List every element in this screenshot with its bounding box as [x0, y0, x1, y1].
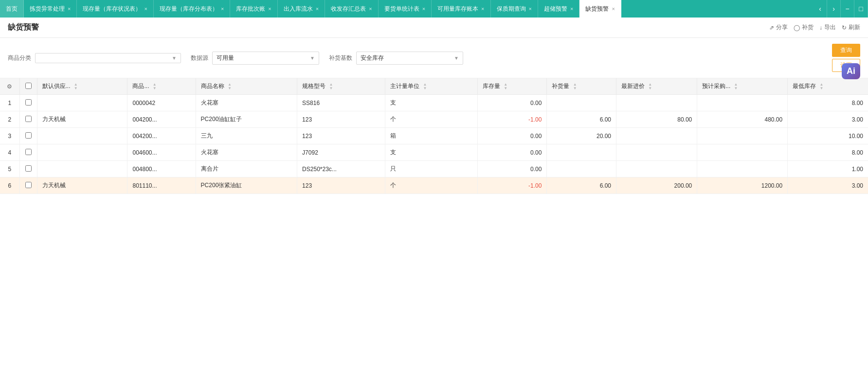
- col-default-supplier[interactable]: 默认供应... ▲▼: [37, 78, 127, 95]
- replenish-basis-select[interactable]: 安全库存 ▼: [356, 52, 463, 65]
- tab-close-icon[interactable]: ×: [612, 6, 615, 12]
- category-label: 商品分类: [8, 54, 31, 62]
- tab-overstock-warning[interactable]: 超储预警 ×: [538, 0, 579, 18]
- replenish-button[interactable]: ◯ 补货: [794, 23, 814, 32]
- tab-close-icon[interactable]: ×: [529, 6, 532, 12]
- row-checkbox-cell: [19, 177, 37, 194]
- cell-product-code: 004200...: [127, 111, 196, 128]
- row-index: 3: [0, 128, 19, 144]
- cell-default-supplier: 力天机械: [37, 111, 127, 128]
- tab-label: 出入库流水: [284, 5, 313, 13]
- query-button[interactable]: 查询: [832, 44, 860, 57]
- tab-close-icon[interactable]: ×: [268, 6, 271, 12]
- cell-product-code: 0000042: [127, 95, 196, 111]
- cell-product-name: 火花塞: [196, 95, 297, 111]
- col-header-label: 最低库存: [793, 83, 816, 89]
- tab-available-ledger[interactable]: 可用量库存账本 ×: [432, 0, 490, 18]
- col-product-name[interactable]: 商品名称 ▲▼: [196, 78, 297, 95]
- col-stock-qty[interactable]: 库存量 ▲▼: [477, 78, 547, 95]
- share-button[interactable]: ⇗ 分享: [769, 23, 788, 32]
- cell-estimated-purchase: [697, 161, 788, 177]
- tab-shortage-warning[interactable]: 缺货预警 ×: [579, 0, 621, 18]
- col-product-code[interactable]: 商品... ▲▼: [127, 78, 196, 95]
- tab-close-icon[interactable]: ×: [221, 6, 224, 12]
- cell-min-stock: 3.00: [788, 111, 868, 128]
- page-container: 缺货预警 ⇗ 分享 ◯ 补货 ↓ 导出 ↻ 刷新 商品分类: [0, 18, 868, 387]
- tab-label: 保质期查询: [497, 5, 526, 13]
- col-replenish-qty[interactable]: 补货量 ▲▼: [547, 78, 616, 95]
- tab-close-icon[interactable]: ×: [68, 6, 71, 12]
- datasource-select[interactable]: 可用量 ▼: [212, 52, 319, 65]
- tab-close-icon[interactable]: ×: [481, 6, 484, 12]
- tab-label: 现存量（库存分布表）: [160, 5, 218, 13]
- tab-close-icon[interactable]: ×: [144, 6, 147, 12]
- datasource-dropdown-icon: ▼: [310, 55, 315, 61]
- sort-icon: ▲▼: [504, 83, 507, 90]
- tab-navigation: ‹ › − □: [814, 0, 868, 18]
- col-spec[interactable]: 规格型号 ▲▼: [297, 78, 385, 95]
- cell-latest-price: [616, 161, 697, 177]
- refresh-label: 刷新: [849, 23, 860, 32]
- tab-inventory-dist[interactable]: 现存量（库存分布表） ×: [154, 0, 230, 18]
- export-button[interactable]: ↓ 导出: [819, 23, 836, 32]
- tab-in-out-flow[interactable]: 出入库流水 ×: [278, 0, 325, 18]
- gear-icon[interactable]: ⚙: [5, 83, 15, 90]
- row-checkbox[interactable]: [25, 165, 32, 172]
- col-estimated-purchase[interactable]: 预计采购... ▲▼: [697, 78, 788, 95]
- tab-home[interactable]: 首页: [0, 0, 24, 18]
- category-filter-group: 商品分类 ▼: [8, 53, 181, 63]
- tab-label: 库存批次账: [236, 5, 265, 13]
- sort-icon: ▲▼: [74, 83, 78, 90]
- row-checkbox[interactable]: [25, 149, 32, 155]
- category-select[interactable]: ▼: [35, 53, 181, 63]
- row-checkbox[interactable]: [25, 132, 32, 139]
- row-checkbox[interactable]: [25, 116, 32, 122]
- tab-bale-exception[interactable]: 拣货异常处理 ×: [24, 0, 77, 18]
- cell-product-name: PC200张紧油缸: [196, 177, 297, 194]
- tab-collect-summary[interactable]: 收发存汇总表 ×: [325, 0, 378, 18]
- col-unit[interactable]: 主计量单位 ▲▼: [385, 78, 478, 95]
- cell-product-name: 离合片: [196, 161, 297, 177]
- cell-min-stock: 1.00: [788, 161, 868, 177]
- ai-badge[interactable]: Ai: [842, 63, 860, 79]
- tab-order-stats[interactable]: 要货单统计表 ×: [379, 0, 432, 18]
- cell-stock-qty: 0.00: [477, 95, 547, 111]
- col-min-stock[interactable]: 最低库存 ▲▼: [788, 78, 868, 95]
- tab-prev-button[interactable]: ‹: [814, 0, 827, 18]
- row-index: 1: [0, 95, 19, 111]
- sort-icon: ▲▼: [329, 83, 333, 90]
- table-row: 1 0000042 火花塞 SS816 支 0.00 8.00: [0, 95, 868, 111]
- cell-min-stock: 3.00: [788, 177, 868, 194]
- cell-spec: DS250*23c...: [297, 161, 385, 177]
- replenish-basis-select-value: 安全库存: [361, 54, 384, 62]
- row-checkbox[interactable]: [25, 182, 32, 188]
- cell-min-stock: 8.00: [788, 144, 868, 161]
- select-all-checkbox[interactable]: [25, 83, 32, 89]
- tab-inventory-status[interactable]: 现存量（库存状况表） ×: [77, 0, 153, 18]
- cell-product-name: 火花塞: [196, 144, 297, 161]
- tab-batch-account[interactable]: 库存批次账 ×: [230, 0, 277, 18]
- cell-product-code: 801110...: [127, 177, 196, 194]
- cell-stock-qty: 0.00: [477, 144, 547, 161]
- tab-next-button[interactable]: ›: [827, 0, 841, 18]
- sort-icon: ▲▼: [734, 83, 738, 90]
- tab-close-icon[interactable]: ×: [422, 6, 425, 12]
- datasource-filter-group: 数据源 可用量 ▼: [191, 52, 319, 65]
- tab-close-icon[interactable]: ×: [316, 6, 319, 12]
- cell-estimated-purchase: 480.00: [697, 111, 788, 128]
- cell-product-code: 004600...: [127, 144, 196, 161]
- tab-close-icon[interactable]: ×: [369, 6, 372, 12]
- cell-replenish-qty: 20.00: [547, 128, 616, 144]
- tab-maximize-button[interactable]: □: [854, 0, 868, 18]
- col-latest-price[interactable]: 最新进价 ▲▼: [616, 78, 697, 95]
- row-checkbox-cell: [19, 111, 37, 128]
- cell-spec: 123: [297, 177, 385, 194]
- tab-close-icon[interactable]: ×: [570, 6, 573, 12]
- tab-minimize-button[interactable]: −: [841, 0, 854, 18]
- refresh-button[interactable]: ↻ 刷新: [842, 23, 860, 32]
- col-settings: ⚙: [0, 78, 19, 95]
- tab-expiry-query[interactable]: 保质期查询 ×: [491, 0, 538, 18]
- share-icon: ⇗: [769, 24, 774, 31]
- row-checkbox[interactable]: [25, 99, 32, 106]
- cell-spec: SS816: [297, 95, 385, 111]
